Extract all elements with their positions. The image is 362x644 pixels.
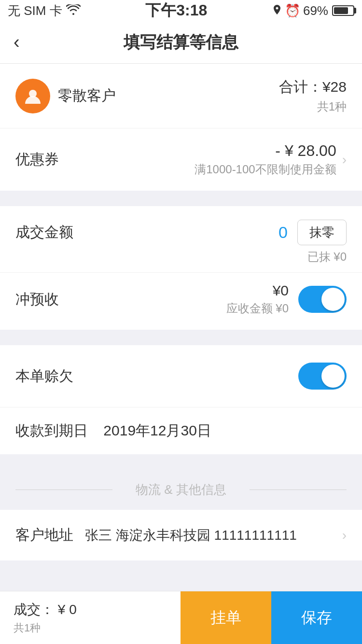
total-count: 共1种	[279, 99, 347, 114]
address-label: 客户地址	[15, 525, 73, 545]
toggle-knob	[321, 288, 345, 311]
section-divider-2	[0, 330, 362, 337]
transaction-row: 成交金额 0 抹零	[0, 206, 362, 249]
coupon-label: 优惠券	[15, 150, 59, 169]
due-date-label: 收款到期日	[15, 422, 88, 438]
coupon-right: - ¥ 28.00 满1000-100不限制使用金额 ›	[195, 142, 347, 177]
status-time: 下午3:18	[145, 0, 207, 21]
bottom-count: 共1种	[14, 621, 167, 635]
customer-total: 合计：¥28 共1种	[279, 77, 347, 114]
precollect-right: ¥0 应收金额 ¥0	[226, 282, 347, 316]
precollect-label: 冲预收	[15, 290, 59, 309]
logistics-line: 物流 & 其他信息	[0, 481, 362, 498]
total-amount: 合计：¥28	[279, 77, 347, 97]
transaction-label: 成交金额	[15, 223, 73, 242]
transaction-value[interactable]: 0	[278, 223, 288, 242]
battery-icon	[332, 5, 354, 16]
debt-toggle[interactable]	[298, 363, 347, 390]
logistics-section: 物流 & 其他信息	[0, 470, 362, 510]
coupon-desc: 满1000-100不限制使用金额	[195, 162, 336, 177]
page-title: 填写结算等信息	[124, 31, 238, 54]
round-zero-button[interactable]: 抹零	[297, 220, 347, 245]
no-sim-label: 无 SIM 卡	[8, 2, 62, 19]
bottom-deal-amount: ¥ 0	[58, 602, 77, 617]
coupon-discount: - ¥ 28.00	[195, 142, 336, 160]
receivable-amount: 应收金额 ¥0	[226, 301, 289, 316]
nav-bar: ‹ 填写结算等信息	[0, 21, 362, 64]
avatar	[15, 79, 50, 113]
section-divider-1	[0, 198, 362, 206]
due-date-row[interactable]: 收款到期日 2019年12月30日	[0, 407, 362, 454]
logistics-label: 物流 & 其他信息	[136, 481, 226, 498]
bottom-summary: 成交： ¥ 0 共1种	[0, 601, 181, 635]
customer-name: 零散客户	[58, 86, 116, 106]
coupon-row[interactable]: 优惠券 - ¥ 28.00 满1000-100不限制使用金额 ›	[0, 128, 362, 191]
debt-section: 本单赊欠	[0, 345, 362, 407]
location-icon	[272, 3, 282, 18]
customer-info: 零散客户	[15, 79, 116, 113]
bottom-deal-label: 成交：	[14, 602, 54, 617]
customer-section: 零散客户 合计：¥28 共1种 优惠券 - ¥ 28.00 满1000-100不…	[0, 64, 362, 191]
precollect-toggle[interactable]	[298, 286, 347, 313]
coupon-chevron-icon: ›	[342, 152, 347, 168]
already-rounded: 已抹 ¥0	[0, 249, 362, 272]
customer-row: 零散客户 合计：¥28 共1种	[0, 64, 362, 128]
address-chevron-icon: ›	[342, 528, 347, 543]
precollect-amount: ¥0	[226, 282, 289, 299]
debt-label: 本单赊欠	[15, 366, 73, 386]
hang-sale-button[interactable]: 挂单	[181, 591, 271, 644]
alarm-icon: ⏰	[285, 3, 300, 18]
status-bar: 无 SIM 卡 下午3:18 ⏰ 69%	[0, 0, 362, 21]
transaction-section: 成交金额 0 抹零 已抹 ¥0 冲预收 ¥0 应收金额 ¥0	[0, 206, 362, 330]
status-right: ⏰ 69%	[272, 3, 354, 18]
address-value: 张三 海淀永丰科技园 11111111111	[85, 526, 342, 545]
bottom-bar: 成交： ¥ 0 共1种 挂单 保存	[0, 591, 362, 644]
save-button[interactable]: 保存	[271, 591, 362, 644]
section-divider-3	[0, 454, 362, 462]
status-left: 无 SIM 卡	[8, 2, 81, 19]
precollect-row: 冲预收 ¥0 应收金额 ¥0	[0, 272, 362, 330]
back-button[interactable]: ‹	[14, 32, 20, 53]
due-date-value: 2019年12月30日	[103, 422, 211, 438]
battery-percent: 69%	[303, 3, 328, 18]
transaction-right: 0 抹零	[278, 220, 347, 245]
debt-toggle-knob	[321, 364, 345, 388]
bottom-deal: 成交： ¥ 0	[14, 601, 167, 619]
address-row[interactable]: 客户地址 张三 海淀永丰科技园 11111111111 ›	[0, 510, 362, 560]
content-area: 零散客户 合计：¥28 共1种 优惠券 - ¥ 28.00 满1000-100不…	[0, 64, 362, 621]
wifi-icon	[66, 3, 81, 18]
